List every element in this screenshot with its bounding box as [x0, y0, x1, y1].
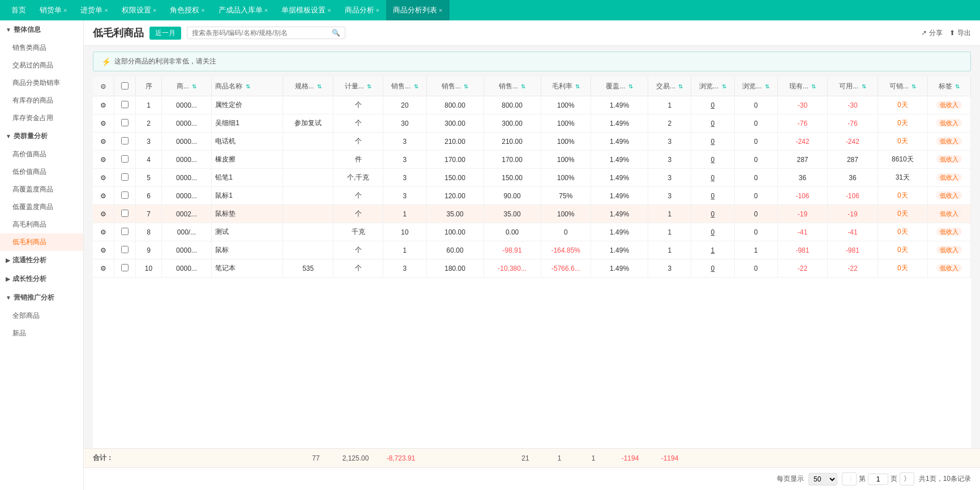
- td-view1[interactable]: 0: [691, 114, 734, 133]
- sidebar-item-category-rate[interactable]: 商品分类助销率: [0, 74, 83, 92]
- th-current[interactable]: 现有... ⇅: [777, 77, 827, 96]
- page-input[interactable]: [868, 474, 888, 485]
- td-settings[interactable]: ⚙: [93, 223, 114, 241]
- row-checkbox[interactable]: [121, 137, 129, 144]
- sidebar-item-traded[interactable]: 交易过的商品: [0, 57, 83, 74]
- td-settings[interactable]: ⚙: [93, 259, 114, 278]
- row-checkbox[interactable]: [121, 246, 129, 253]
- sidebar-item-in-stock[interactable]: 有库存的商品: [0, 92, 83, 109]
- td-settings[interactable]: ⚙: [93, 187, 114, 205]
- sidebar-item-capital[interactable]: 库存资金占用: [0, 109, 83, 127]
- page-size-select[interactable]: 50 100 200: [808, 473, 837, 485]
- search-input[interactable]: [192, 29, 332, 37]
- th-sale-price[interactable]: 销售... ⇅: [426, 77, 483, 96]
- td-checkbox[interactable]: [114, 241, 136, 259]
- td-view1[interactable]: 0: [691, 151, 734, 169]
- nav-sales[interactable]: 销货单 ×: [33, 0, 74, 20]
- sidebar-item-high-value[interactable]: 高价值商品: [0, 146, 83, 163]
- sidebar-item-new-products[interactable]: 新品: [0, 325, 83, 342]
- td-view1[interactable]: 1: [691, 241, 734, 259]
- nav-close-sales[interactable]: ×: [63, 7, 67, 14]
- td-checkbox[interactable]: [114, 114, 136, 133]
- sidebar-group-general[interactable]: ▼ 整体信息: [0, 20, 83, 39]
- td-settings[interactable]: ⚙: [93, 205, 114, 223]
- th-trade[interactable]: 交易... ⇅: [648, 77, 691, 96]
- th-gross[interactable]: 毛利率 ⇅: [541, 77, 590, 96]
- nav-role[interactable]: 角色授权 ×: [163, 0, 211, 20]
- td-settings[interactable]: ⚙: [93, 169, 114, 187]
- search-icon[interactable]: 🔍: [332, 29, 340, 37]
- sidebar-item-high-coverage[interactable]: 高覆盖度商品: [0, 181, 83, 198]
- row-checkbox[interactable]: [121, 155, 129, 163]
- th-avail[interactable]: 可用... ⇅: [828, 77, 878, 96]
- time-filter-button[interactable]: 近一月: [149, 27, 181, 40]
- row-checkbox[interactable]: [121, 119, 129, 126]
- row-checkbox[interactable]: [121, 264, 129, 271]
- th-spec[interactable]: 规格... ⇅: [283, 77, 333, 96]
- td-view1[interactable]: 0: [691, 133, 734, 151]
- td-checkbox[interactable]: [114, 151, 136, 169]
- row-checkbox[interactable]: [121, 173, 129, 181]
- td-settings[interactable]: ⚙: [93, 133, 114, 151]
- sidebar-group-growth[interactable]: ▶ 成长性分析: [0, 270, 83, 288]
- nav-home[interactable]: 首页: [5, 0, 33, 20]
- th-saleable[interactable]: 可销... ⇅: [878, 77, 927, 96]
- sidebar-item-low-margin[interactable]: 低毛利商品: [0, 233, 83, 251]
- nav-permission[interactable]: 权限设置 ×: [115, 0, 163, 20]
- td-checkbox[interactable]: [114, 223, 136, 241]
- row-checkbox[interactable]: [121, 210, 129, 217]
- nav-close-template[interactable]: ×: [327, 7, 331, 14]
- sidebar-item-all-products[interactable]: 全部商品: [0, 307, 83, 325]
- nav-close-permission[interactable]: ×: [153, 7, 156, 14]
- td-view1[interactable]: 0: [691, 259, 734, 278]
- td-checkbox[interactable]: [114, 169, 136, 187]
- prev-page-button[interactable]: 〈: [842, 472, 857, 485]
- nav-close-product-analysis[interactable]: ×: [376, 7, 379, 14]
- td-settings[interactable]: ⚙: [93, 114, 114, 133]
- nav-product-analysis-list[interactable]: 商品分析列表 ×: [386, 0, 449, 20]
- th-tag[interactable]: 标签 ⇅: [928, 77, 971, 96]
- th-unit[interactable]: 计量... ⇅: [333, 77, 383, 96]
- nav-product-entry[interactable]: 产成品入库单 ×: [212, 0, 275, 20]
- td-checkbox[interactable]: [114, 96, 136, 114]
- td-checkbox[interactable]: [114, 133, 136, 151]
- sidebar-item-sales-products[interactable]: 销售类商品: [0, 39, 83, 57]
- th-cover[interactable]: 覆盖... ⇅: [591, 77, 648, 96]
- sidebar-group-circulation[interactable]: ▶ 流通性分析: [0, 251, 83, 270]
- th-sale-amount[interactable]: 销售... ⇅: [483, 77, 541, 96]
- nav-close-product-analysis-list[interactable]: ×: [439, 7, 442, 14]
- td-settings[interactable]: ⚙: [93, 241, 114, 259]
- sidebar-item-high-margin[interactable]: 高毛利商品: [0, 216, 83, 233]
- nav-purchase[interactable]: 进货单 ×: [74, 0, 114, 20]
- nav-product-analysis[interactable]: 商品分析 ×: [338, 0, 386, 20]
- td-settings[interactable]: ⚙: [93, 151, 114, 169]
- sidebar-group-cluster[interactable]: ▼ 类群量分析: [0, 127, 83, 146]
- th-sale-qty[interactable]: 销售... ⇅: [383, 77, 426, 96]
- td-view1[interactable]: 0: [691, 205, 734, 223]
- th-view2[interactable]: 浏览... ⇅: [734, 77, 777, 96]
- td-settings[interactable]: ⚙: [93, 96, 114, 114]
- row-checkbox[interactable]: [121, 228, 129, 235]
- td-view1[interactable]: 0: [691, 96, 734, 114]
- td-view1[interactable]: 0: [691, 187, 734, 205]
- td-view1[interactable]: 0: [691, 223, 734, 241]
- th-settings[interactable]: ⚙: [93, 77, 114, 96]
- select-all-checkbox[interactable]: [121, 82, 129, 90]
- sidebar-item-low-coverage[interactable]: 低覆盖度商品: [0, 198, 83, 216]
- export-button[interactable]: ⬆ 导出: [949, 28, 971, 38]
- nav-close-product-entry[interactable]: ×: [264, 7, 268, 14]
- next-page-button[interactable]: 〉: [900, 472, 914, 485]
- row-checkbox[interactable]: [121, 101, 129, 108]
- th-name[interactable]: 商品名称 ⇅: [212, 77, 283, 96]
- th-view1[interactable]: 浏览... ⇅: [691, 77, 734, 96]
- sidebar-item-low-value[interactable]: 低价值商品: [0, 163, 83, 181]
- row-checkbox[interactable]: [121, 191, 129, 199]
- td-checkbox[interactable]: [114, 205, 136, 223]
- td-checkbox[interactable]: [114, 187, 136, 205]
- nav-template[interactable]: 单据模板设置 ×: [275, 0, 337, 20]
- sidebar-group-marketing[interactable]: ▼ 营销推广分析: [0, 288, 83, 307]
- th-code[interactable]: 商... ⇅: [161, 77, 211, 96]
- nav-close-purchase[interactable]: ×: [104, 7, 108, 14]
- share-button[interactable]: ↗ 分享: [921, 28, 943, 38]
- td-checkbox[interactable]: [114, 259, 136, 278]
